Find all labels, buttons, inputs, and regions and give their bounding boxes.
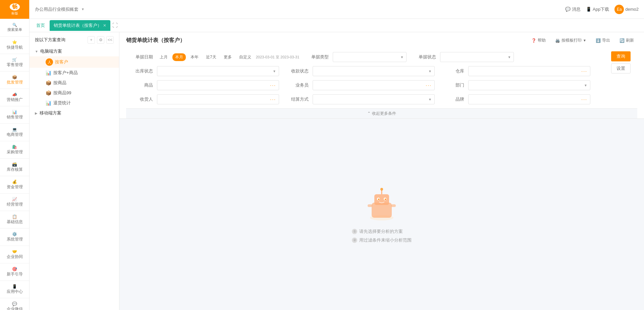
tree-item-by-customer-goods[interactable]: 📊 按客户+商品: [30, 68, 119, 78]
company-selector[interactable]: 办公用品行业模拟账套: [35, 6, 78, 12]
chart-icon-1: 📊: [46, 70, 51, 75]
empty-hints: ① 请先选择要分析的方案 ② 用过滤条件来缩小分析范围: [352, 227, 412, 245]
order-status-select[interactable]: ▼: [440, 52, 514, 62]
tab-close-button[interactable]: ✕: [103, 23, 106, 28]
collection-status-arrow: ▼: [428, 69, 432, 73]
sidebar-item-inventory[interactable]: 🗃️ 库存核算: [0, 159, 29, 176]
filter-area: 单据日期 上月 本月 本年 近7天 更多 自定义 2023-03-01 至 20…: [126, 48, 637, 108]
goods-icon-2: 📦: [46, 90, 51, 96]
salesperson-more-icon[interactable]: ···: [426, 83, 432, 88]
sidebar-item-shortcut[interactable]: ⭐ 快捷导航: [0, 37, 29, 54]
settlement-select[interactable]: ▼: [313, 94, 435, 104]
collection-status-select[interactable]: ▼: [313, 66, 435, 76]
order-type-select[interactable]: ▼: [333, 52, 407, 62]
search-icon: 🔍: [2, 23, 28, 27]
user-avatar: Ea: [614, 5, 624, 14]
sidebar-item-wholesale[interactable]: 📦 批发管理: [0, 71, 29, 89]
department-label: 部门: [444, 82, 464, 88]
order-type-label: 单据类型: [309, 54, 329, 60]
top-header: 办公用品行业模拟账套 ▼ 💬 消息 📱 App下载 Ea demo2: [30, 0, 644, 19]
app-download-button[interactable]: 📱 App下载: [586, 6, 609, 12]
message-button[interactable]: 💬 消息: [565, 6, 581, 12]
marketing-icon: 📣: [2, 92, 28, 97]
date-range-display: 2023-03-01 至 2023-03-31: [256, 55, 300, 60]
warehouse-input[interactable]: ···: [468, 66, 590, 76]
date-this-month[interactable]: 本月: [172, 53, 186, 61]
retail-icon: 🛒: [2, 57, 28, 62]
filter-wrapper: 单据日期 上月 本月 本年 近7天 更多 自定义 2023-03-01 至 20…: [126, 48, 637, 118]
goods-more-icon[interactable]: ···: [270, 83, 276, 88]
tree-mobile-group[interactable]: ▶ 移动端方案: [30, 108, 119, 118]
tree-desktop-group[interactable]: ▼ 电脑端方案: [30, 46, 119, 56]
sidebar-item-operation[interactable]: 📈 经营管理: [0, 194, 29, 211]
page-header: 销货单统计表（按客户） ❓ 帮助 🖨️ 按模板打印 ▼ ⬇️: [119, 32, 644, 119]
order-type-arrow: ▼: [400, 55, 404, 59]
system-icon: ⚙️: [2, 232, 28, 237]
export-button[interactable]: ⬇️ 导出: [592, 36, 613, 45]
ecommerce-icon: 💻: [2, 127, 28, 132]
query-button[interactable]: 查询: [611, 51, 631, 61]
department-select[interactable]: ▼: [468, 80, 590, 90]
template-print-button[interactable]: 🖨️ 按模板打印 ▼: [552, 36, 590, 45]
sidebar-item-purchase[interactable]: 🛍️ 采购管理: [0, 141, 29, 159]
tab-home[interactable]: 首页: [32, 20, 49, 31]
maximize-button[interactable]: ⛶: [112, 22, 118, 29]
sidebar-item-system[interactable]: ⚙️ 系统管理: [0, 228, 29, 246]
sidebar-item-newuser[interactable]: 🎯 新手引导: [0, 263, 29, 281]
refresh-button[interactable]: 🔄 刷新: [616, 36, 637, 45]
order-status-arrow: ▼: [507, 55, 511, 59]
out-status-select[interactable]: ▼: [157, 66, 279, 76]
goods-input[interactable]: ···: [157, 80, 279, 90]
tree-item-by-goods-99[interactable]: 📦 按商品99: [30, 88, 119, 98]
receiver-input[interactable]: ···: [157, 94, 279, 104]
goods-icon-1: 📦: [46, 80, 51, 86]
sidebar-item-search[interactable]: 🔍 搜索菜单: [0, 19, 29, 37]
download-icon: 📱: [586, 7, 591, 12]
date-this-year[interactable]: 本年: [188, 53, 201, 61]
appstore-icon: 📱: [2, 284, 28, 289]
sidebar-item-basic[interactable]: 📋 基础信息: [0, 211, 29, 228]
salesperson-input[interactable]: ···: [313, 80, 435, 90]
empty-state: ① 请先选择要分析的方案 ② 用过滤条件来缩小分析范围: [119, 119, 644, 310]
brand-more-icon[interactable]: ···: [581, 97, 587, 102]
sidebar-item-ecommerce[interactable]: 💻 电商管理: [0, 124, 29, 141]
date-custom[interactable]: 自定义: [236, 53, 254, 61]
date-last-7[interactable]: 近7天: [203, 53, 219, 61]
sidebar-item-retail[interactable]: 🛒 零售管理: [0, 54, 29, 71]
customer-icon: 人: [46, 58, 53, 66]
sidebar-item-finance[interactable]: 💰 资金管理: [0, 176, 29, 194]
sidebar-item-sales[interactable]: 📊 销售管理: [0, 106, 29, 124]
date-more[interactable]: 更多: [221, 53, 234, 61]
sidebar-item-marketing[interactable]: 📣 营销推广: [0, 89, 29, 106]
panel-collapse-button[interactable]: <<: [106, 36, 114, 44]
svg-point-5: [378, 199, 379, 200]
receiver-more-icon[interactable]: ···: [270, 97, 276, 102]
sales-icon: 📊: [2, 110, 28, 114]
hint-item-1: ① 请先选择要分析的方案: [352, 227, 412, 236]
tree-item-return-stats[interactable]: 📊 退货统计: [30, 98, 119, 108]
tab-sales-stats[interactable]: 销货单统计表（按客户） ✕: [50, 20, 110, 31]
warehouse-more-icon[interactable]: ···: [581, 68, 587, 74]
sidebar-item-appstore[interactable]: 📱 应用中心: [0, 281, 29, 298]
collapse-bar[interactable]: ⌃ 收起更多条件: [126, 108, 637, 118]
brand-input[interactable]: ···: [468, 94, 590, 104]
panel-settings-button[interactable]: ⚙: [97, 36, 104, 44]
tree-item-by-customer[interactable]: 人 按客户: [30, 56, 119, 68]
help-button[interactable]: ❓ 帮助: [528, 36, 549, 45]
user-profile[interactable]: Ea demo2: [614, 5, 639, 14]
export-icon: ⬇️: [596, 38, 601, 43]
svg-rect-9: [368, 204, 372, 207]
sidebar-item-enterprise[interactable]: 🤝 企业协同: [0, 246, 29, 263]
svg-rect-10: [391, 204, 396, 207]
tree-item-by-goods[interactable]: 📦 按商品: [30, 78, 119, 88]
settings-button[interactable]: 设置: [611, 63, 631, 73]
right-content: 销货单统计表（按客户） ❓ 帮助 🖨️ 按模板打印 ▼ ⬇️: [119, 32, 644, 310]
basic-icon: 📋: [2, 214, 28, 219]
panel-add-button[interactable]: +: [88, 36, 95, 44]
app-subtitle: 标版: [11, 11, 18, 16]
operation-icon: 📈: [2, 197, 28, 202]
message-icon: 💬: [565, 7, 571, 12]
date-last-month[interactable]: 上月: [157, 53, 170, 61]
sidebar-item-wechat[interactable]: 💬 企业微信: [0, 298, 29, 310]
tree-arrow-mobile: ▶: [35, 111, 38, 115]
